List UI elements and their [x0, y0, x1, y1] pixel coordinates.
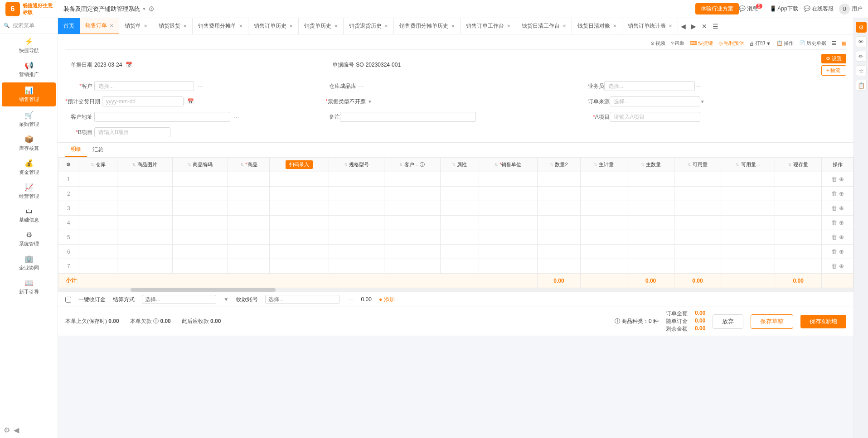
salesperson-input[interactable]	[604, 81, 695, 91]
toolbar-history-btn[interactable]: 📄 历史单据	[799, 40, 826, 47]
tab-close-all-btn[interactable]: ✕	[699, 23, 710, 30]
toolbar-operation-btn[interactable]: 📋 操作	[776, 40, 794, 47]
tab-close-fee-history[interactable]: ✕	[451, 24, 455, 29]
tab-close-sales-fee[interactable]: ✕	[239, 24, 242, 29]
delete-icon[interactable]: 🗑	[831, 248, 837, 255]
sidebar-item-sales[interactable]: 📊 销售管理	[2, 82, 56, 106]
delete-icon[interactable]: 🗑	[831, 190, 837, 197]
settings-btn[interactable]: ⚙ 设置	[821, 54, 846, 63]
delete-icon[interactable]: 🗑	[831, 263, 837, 270]
expected-date-calendar-icon[interactable]: 📅	[187, 98, 194, 105]
tab-close-goods-history[interactable]: ✕	[334, 24, 338, 29]
save-new-button[interactable]: 保存&新增	[800, 315, 846, 328]
col-main-qty[interactable]: ⇅ 主数量	[627, 158, 674, 172]
sidebar-item-finance[interactable]: 💰 资金管理	[0, 155, 58, 179]
tab-daily-workbench[interactable]: 钱货日清工作台 ✕	[516, 18, 572, 34]
remark-input[interactable]	[340, 112, 476, 122]
salesperson-more-icon[interactable]: ···	[697, 82, 702, 90]
tab-next-btn[interactable]: ▶	[689, 23, 699, 30]
copy-row-icon[interactable]: ⊕	[839, 205, 844, 212]
tab-close-daily-reconcile[interactable]: ✕	[613, 24, 616, 29]
right-icon-edit[interactable]: ✏	[856, 51, 867, 62]
right-icon-clipboard[interactable]: 📋	[856, 80, 867, 91]
sidebar-item-basic[interactable]: 🗂 基础信息	[0, 203, 58, 227]
delete-icon[interactable]: 🗑	[831, 205, 837, 212]
tab-sales-history[interactable]: 销售订单历史 ✕	[248, 18, 299, 34]
col-customer-code[interactable]: ⇅ 客户... ⓘ	[384, 158, 440, 172]
sidebar-item-operation[interactable]: 📈 经营管理	[0, 179, 58, 203]
toolbar-print-btn[interactable]: 🖨 打印 ▼	[749, 40, 771, 47]
customer-input[interactable]	[94, 81, 194, 91]
add-material-btn[interactable]: + 物流	[821, 65, 846, 76]
tab-close-sales-return[interactable]: ✕	[183, 24, 187, 29]
solution-button[interactable]: 体验行业方案	[695, 3, 739, 14]
delete-icon[interactable]: 🗑	[831, 176, 837, 183]
tab-close-sales-order[interactable]: ✕	[110, 23, 113, 28]
calendar-icon[interactable]: 📅	[126, 62, 132, 68]
one-click-checkbox[interactable]	[65, 297, 71, 303]
payment-method-select[interactable]	[142, 295, 216, 304]
payment-dropdown-icon[interactable]: ▼	[223, 296, 229, 303]
delete-icon[interactable]: 🗑	[831, 219, 837, 226]
tab-return-history[interactable]: 销货退货历史 ✕	[344, 18, 394, 34]
tab-sales-return[interactable]: 销货退货 ✕	[153, 18, 193, 34]
tab-close-sales-goods[interactable]: ✕	[144, 24, 147, 29]
col-warehouse[interactable]: ⇅ 仓库	[79, 158, 117, 172]
save-draft-button[interactable]: 保存草稿	[751, 314, 793, 329]
receipt-account-select[interactable]	[265, 295, 339, 304]
tab-fee-history[interactable]: 销售费用分摊单历史 ✕	[394, 18, 461, 34]
sidebar-item-inventory[interactable]: 📦 库存核算	[0, 131, 58, 155]
col-sales-unit[interactable]: ⇅ *销售单位	[479, 158, 537, 172]
sidebar-item-nav[interactable]: ⚡ 快捷导航	[0, 34, 58, 58]
order-source-dropdown-icon[interactable]: ▼	[700, 99, 705, 104]
customer-addr-more-icon[interactable]: ···	[234, 113, 239, 120]
tab-sales-fee[interactable]: 销售费用分摊单 ✕	[193, 18, 248, 34]
order-source-input[interactable]	[610, 96, 700, 106]
receipt-more-icon[interactable]: ···	[349, 296, 354, 303]
tab-sales-order[interactable]: 销售订单 ✕	[80, 18, 119, 34]
message-area[interactable]: 💬 消息9	[739, 5, 764, 13]
settings-icon[interactable]: ⚙	[148, 5, 155, 13]
delete-icon[interactable]: 🗑	[831, 234, 837, 241]
right-icon-star[interactable]: ☆	[856, 65, 867, 76]
horizontal-scrollbar[interactable]	[58, 288, 853, 292]
right-icon-settings[interactable]: ⚙	[856, 22, 867, 33]
tab-close-return-history[interactable]: ✕	[384, 24, 388, 29]
tab-close-order-stats[interactable]: ✕	[669, 24, 672, 29]
add-footer-btn[interactable]: ● 添加	[379, 296, 395, 303]
right-icon-view[interactable]: 👁	[856, 36, 867, 47]
col-code[interactable]: ⇅ 商品编码	[173, 158, 228, 172]
sidebar-item-guide[interactable]: 📖 新手引导	[0, 275, 58, 299]
toolbar-help-btn[interactable]: ? 帮助	[671, 40, 684, 47]
expected-date-input[interactable]	[102, 96, 184, 106]
sidebar-item-system[interactable]: ⚙ 系统管理	[0, 227, 58, 251]
abandon-button[interactable]: 放弃	[713, 314, 743, 329]
tab-order-workbench[interactable]: 销售订单工作台 ✕	[461, 18, 516, 34]
customer-more-icon[interactable]: ···	[198, 82, 203, 90]
copy-row-icon[interactable]: ⊕	[839, 263, 844, 270]
warehouse-more-icon[interactable]: ···	[358, 82, 364, 90]
tab-order-stats[interactable]: 销售订单统计表 ✕	[622, 18, 678, 34]
tab-menu-btn[interactable]: ☰	[710, 23, 721, 30]
sidebar-item-purchase[interactable]: 🛒 采购管理	[0, 107, 58, 131]
col-spec[interactable]: ⇅ 规格型号	[329, 158, 384, 172]
a-project-input[interactable]	[610, 112, 700, 122]
online-support-link[interactable]: 💬 在线客服	[804, 5, 834, 13]
sidebar-settings-icon[interactable]: ⚙	[4, 426, 10, 434]
tab-close-sales-history[interactable]: ✕	[289, 24, 293, 29]
tab-detail[interactable]: 明细	[65, 143, 87, 157]
sidebar-collapse-icon[interactable]: ◀	[14, 426, 19, 434]
tab-close-daily-workbench[interactable]: ✕	[563, 24, 566, 29]
scan-btn[interactable]: 扫码录入	[286, 160, 313, 169]
sidebar-item-enterprise[interactable]: 🏢 企业协同	[0, 251, 58, 275]
customer-addr-input[interactable]	[94, 112, 230, 122]
toolbar-view-btn[interactable]: ⊙ 视频	[650, 40, 665, 47]
toolbar-card-view-btn[interactable]: ▦	[842, 40, 846, 46]
toolbar-shortcut-btn[interactable]: ⌨ 快捷键	[690, 40, 713, 47]
copy-row-icon[interactable]: ⊕	[839, 219, 844, 226]
tab-close-order-workbench[interactable]: ✕	[507, 24, 510, 29]
copy-row-icon[interactable]: ⊕	[839, 176, 844, 183]
col-scan[interactable]: 扫码录入	[270, 158, 329, 172]
copy-row-icon[interactable]: ⊕	[839, 234, 844, 241]
system-name-dropdown-icon[interactable]: ▼	[142, 6, 146, 11]
